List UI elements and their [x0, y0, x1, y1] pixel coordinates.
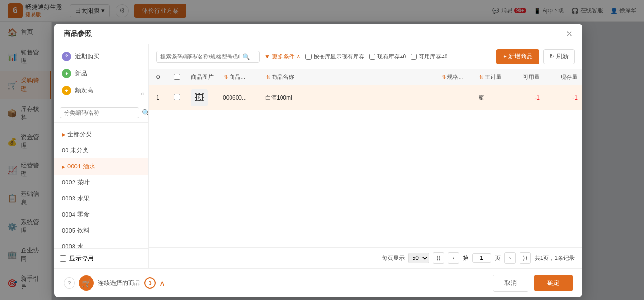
sort-icon-code: ⇅	[224, 75, 228, 80]
checkbox-current-stock[interactable]: 现有库存≠0	[369, 53, 406, 61]
cat-0008[interactable]: 0008 水	[54, 239, 148, 248]
col-img-label: 商品图片	[191, 74, 214, 80]
cart-count: 0	[144, 277, 156, 289]
freq-icon: ★	[62, 86, 71, 95]
page-size-select[interactable]: 50	[408, 253, 429, 263]
checkbox-warehouse-stock[interactable]: 按仓库显示现有库存	[305, 53, 364, 61]
warehouse-stock-check[interactable]	[305, 54, 312, 60]
product-search-bar[interactable]: 🔍	[156, 51, 260, 63]
help-icon[interactable]: ?	[64, 277, 75, 289]
show-disabled-checkbox[interactable]	[60, 255, 66, 262]
modal-close-button[interactable]: ✕	[566, 30, 573, 38]
more-filter-button[interactable]: ▼ 更多条件 ∧	[264, 53, 301, 61]
collapse-footer-icon[interactable]: ∧	[159, 279, 165, 288]
filter-icon: ▼	[264, 53, 270, 60]
cat-label-0004: 0004 零食	[62, 210, 90, 219]
table-row[interactable]: 1 🖼 000600... 白酒100ml 瓶 -1	[149, 85, 582, 110]
page-total-label: 共1页，1条记录	[535, 254, 575, 262]
cat-0005[interactable]: 0005 饮料	[54, 223, 148, 239]
page-first-button[interactable]: ⟨⟨	[433, 252, 444, 264]
page-number-input[interactable]	[472, 253, 491, 263]
category-search-icon[interactable]: 🔍	[142, 109, 149, 117]
cat-arrow-0001: ▶	[62, 164, 66, 169]
show-disabled-label: 显示停用	[69, 254, 94, 263]
cat-00[interactable]: 00 未分类	[54, 142, 148, 158]
cat-0002[interactable]: 0002 茶叶	[54, 175, 148, 191]
modal-title: 商品参照	[64, 29, 92, 38]
avail-stock-check[interactable]	[411, 54, 417, 60]
row-checkbox[interactable]	[174, 94, 180, 100]
cart-area: ? 🛒 连续选择的商品 0 ∧	[64, 275, 487, 291]
page-prev-button[interactable]: ‹	[448, 252, 459, 264]
modal-toolbar: 🔍 ▼ 更多条件 ∧ 按仓库显示现有库存 现有库存≠0 可用库存≠0	[149, 44, 582, 69]
col-header-spec[interactable]: ⇅ 规格...	[436, 69, 474, 85]
col-avail-label: 可用量	[523, 74, 540, 80]
sort-icon-name: ⇅	[266, 75, 270, 80]
product-reference-modal: 商品参照 ✕ ⏱ 近期购买 ✦ 新品	[54, 24, 582, 297]
quick-tab-new[interactable]: ✦ 新品	[54, 65, 137, 82]
col-header-num: ⚙	[149, 69, 167, 85]
category-list: ▶ 全部分类 00 未分类 ▶ 0001 酒水 0002 茶叶 0003 水果	[54, 123, 148, 248]
col-header-name[interactable]: ⇅ 商品名称	[261, 69, 436, 85]
cat-label-0005: 0005 饮料	[62, 226, 90, 235]
quick-tab-recent[interactable]: ⏱ 近期购买	[54, 48, 137, 65]
settings-icon[interactable]: ⚙	[156, 74, 161, 81]
cell-checkbox[interactable]	[167, 85, 186, 110]
pagination: 每页显示 50 ⟨⟨ ‹ 第 页 › ⟩⟩ 共1页，1条记录	[149, 247, 582, 268]
cell-avail: -1	[507, 85, 545, 110]
add-product-button[interactable]: + 新增商品	[496, 49, 539, 64]
select-all-checkbox[interactable]	[174, 74, 180, 80]
cat-0004[interactable]: 0004 零食	[54, 207, 148, 223]
cell-unit: 瓶	[474, 85, 507, 110]
cat-all[interactable]: ▶ 全部分类	[54, 126, 148, 142]
cat-0003[interactable]: 0003 水果	[54, 191, 148, 207]
cat-0001[interactable]: ▶ 0001 酒水	[54, 158, 148, 175]
table-header-row: ⚙ 商品图片 ⇅ 商品...	[149, 69, 582, 85]
cat-label-0001: 0001 酒水	[67, 162, 95, 171]
cell-stock: -1	[545, 85, 582, 110]
modal-left-panel: ⏱ 近期购买 ✦ 新品 ★ 频次高 «	[54, 44, 149, 268]
collapse-left-button[interactable]: «	[137, 89, 148, 99]
cell-name: 白酒100ml	[261, 85, 436, 110]
quick-tab-new-label: 新品	[75, 69, 87, 78]
col-header-avail: 可用量	[507, 69, 545, 85]
avail-stock-label: 可用库存≠0	[419, 53, 447, 61]
modal-right-panel: 🔍 ▼ 更多条件 ∧ 按仓库显示现有库存 现有库存≠0 可用库存≠0	[149, 44, 582, 268]
quick-tab-recent-label: 近期购买	[75, 52, 99, 61]
confirm-button[interactable]: 确定	[534, 275, 573, 291]
page-last-button[interactable]: ⟩⟩	[520, 252, 531, 264]
col-code-label: 商品...	[229, 74, 245, 80]
col-spec-label: 规格...	[447, 74, 463, 80]
cell-spec	[436, 85, 474, 110]
cat-arrow-all: ▶	[62, 132, 66, 137]
current-stock-label: 现有库存≠0	[377, 53, 406, 61]
product-search-input[interactable]	[160, 53, 240, 60]
cell-code: 000600...	[218, 85, 261, 110]
col-stock-label: 现存量	[561, 74, 578, 80]
category-search-input[interactable]	[60, 107, 139, 118]
category-search-area: 🔍	[54, 103, 148, 123]
product-table: ⚙ 商品图片 ⇅ 商品...	[149, 69, 582, 110]
col-header-unit[interactable]: ⇅ 主计量	[474, 69, 507, 85]
quick-tab-freq-label: 频次高	[75, 86, 93, 95]
product-search-icon[interactable]: 🔍	[242, 53, 250, 60]
current-stock-check[interactable]	[369, 54, 375, 60]
cart-button[interactable]: 🛒	[79, 275, 94, 291]
product-table-wrap: ⚙ 商品图片 ⇅ 商品...	[149, 69, 582, 247]
checkbox-avail-stock[interactable]: 可用库存≠0	[411, 53, 447, 61]
page-next-button[interactable]: ›	[504, 252, 516, 264]
refresh-button[interactable]: ↻ 刷新	[543, 49, 575, 64]
warehouse-stock-label: 按仓库显示现有库存	[314, 53, 364, 61]
product-thumbnail: 🖼	[191, 89, 208, 106]
quick-tab-freq[interactable]: ★ 频次高	[54, 82, 137, 99]
cell-num: 1	[149, 85, 167, 110]
cat-label-0008: 0008 水	[62, 242, 83, 248]
filter-label: 更多条件	[272, 53, 295, 61]
cancel-button[interactable]: 取消	[493, 275, 528, 292]
modal-body: ⏱ 近期购买 ✦ 新品 ★ 频次高 «	[54, 44, 582, 268]
filter-up-icon: ∧	[297, 53, 301, 60]
new-icon: ✦	[62, 69, 71, 78]
col-header-code[interactable]: ⇅ 商品...	[218, 69, 261, 85]
sort-icon-spec: ⇅	[442, 75, 446, 80]
cat-label-0002: 0002 茶叶	[62, 178, 90, 187]
